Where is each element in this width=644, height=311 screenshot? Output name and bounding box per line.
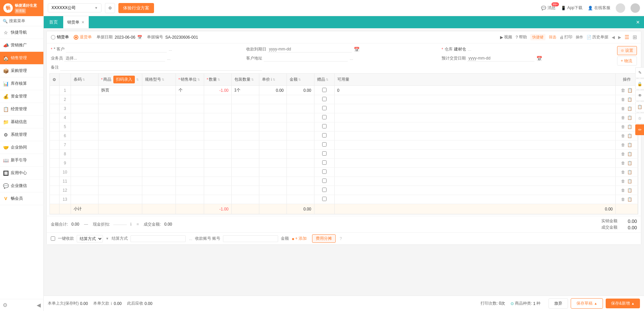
th-barcode-sort[interactable]: ⇅: [82, 78, 85, 81]
td-q[interactable]: [204, 95, 231, 104]
td-gift-1[interactable]: [314, 86, 334, 95]
th-amount-sort[interactable]: ⇅: [298, 78, 301, 81]
online-service-button[interactable]: 👤 在线客服: [588, 5, 610, 11]
history-btn[interactable]: 📄 历史单据: [586, 34, 608, 40]
td-qty-1[interactable]: -1.00: [204, 86, 231, 95]
td-barcode-1[interactable]: [71, 86, 98, 95]
settings-button[interactable]: ⊙ 设置: [617, 46, 637, 55]
td-u[interactable]: [176, 95, 204, 104]
td-b[interactable]: [71, 95, 98, 104]
delete-icon[interactable]: 🗑: [621, 188, 625, 193]
customer-addr-input[interactable]: [264, 55, 348, 62]
video-btn[interactable]: ▶ 视频: [500, 34, 512, 40]
salesperson-dots-btn[interactable]: ...: [167, 56, 171, 61]
delete-icon[interactable]: 🗑: [621, 115, 625, 120]
copy-icon[interactable]: 📋: [627, 143, 632, 147]
user-avatar-extra[interactable]: [631, 3, 640, 13]
copy-icon[interactable]: 📋: [627, 124, 632, 129]
help-btn[interactable]: ? 帮助: [516, 34, 527, 40]
delete-icon[interactable]: 🗑: [621, 152, 625, 156]
tab-close-all-icon[interactable]: ✕: [632, 20, 644, 25]
company-selector[interactable]: XXXXXX公司 ▼: [48, 3, 102, 12]
td-g[interactable]: [314, 95, 334, 104]
radio-sales-order[interactable]: 销货单: [51, 34, 69, 40]
customer-dots-btn[interactable]: ...: [169, 47, 172, 52]
payment-method-select[interactable]: 结算方式: [77, 235, 103, 242]
expected-date-input[interactable]: [467, 55, 534, 62]
copy-icon[interactable]: 📋: [627, 179, 632, 184]
expected-date-calendar-icon[interactable]: 📅: [536, 56, 542, 61]
delete-icon[interactable]: 🗑: [621, 170, 625, 174]
delete-icon[interactable]: 🗑: [621, 106, 625, 111]
sidebar-item-sales[interactable]: 🏠 销售管理: [0, 52, 43, 65]
float-btn-3[interactable]: 👁: [635, 90, 644, 101]
th-spec-sort[interactable]: ⇅: [162, 78, 164, 81]
float-btn-4[interactable]: 📋: [635, 102, 644, 112]
view-list-icon[interactable]: ☰: [624, 34, 629, 40]
td-sp[interactable]: [142, 95, 176, 104]
td-product-1[interactable]: 拆页: [98, 86, 142, 95]
copy-icon[interactable]: 📋: [627, 106, 632, 111]
delete-icon[interactable]: 🗑: [621, 161, 625, 165]
shortcut-btn[interactable]: 快捷键: [530, 34, 545, 40]
trial-button[interactable]: 体验行业方案: [118, 3, 154, 13]
copy-icon[interactable]: 📋: [627, 188, 632, 193]
nav-prev-icon[interactable]: ◀: [612, 35, 615, 40]
copy-icon[interactable]: 📋: [627, 97, 632, 102]
th-qty-sort[interactable]: ⇅: [218, 78, 220, 81]
expense-split-button[interactable]: 费用分摊: [312, 234, 336, 243]
sidebar-item-newguide[interactable]: 📖 新手引导: [0, 154, 43, 167]
delete-icon[interactable]: 🗑: [621, 143, 625, 147]
float-btn-5[interactable]: ☆: [635, 113, 644, 124]
salesperson-input[interactable]: [64, 55, 165, 62]
float-btn-2[interactable]: 🔒: [635, 79, 644, 89]
date-calendar-icon[interactable]: 📅: [137, 35, 142, 40]
td-packqty-1[interactable]: 1个: [231, 86, 259, 95]
float-btn-1[interactable]: ✎: [635, 67, 644, 78]
copy-icon[interactable]: 📋: [627, 133, 632, 138]
sidebar-item-enterprise[interactable]: 🤝 企业协同: [0, 141, 43, 154]
delete-icon[interactable]: 🗑: [621, 197, 625, 202]
th-settings[interactable]: ⚙: [50, 74, 59, 86]
save-draft-button[interactable]: 保存草稿 ▲: [571, 298, 603, 309]
account-input[interactable]: [130, 235, 186, 242]
sidebar-item-quick-nav[interactable]: ☆ 快捷导航: [0, 26, 43, 39]
receipt-date-calendar-icon[interactable]: 📅: [354, 47, 359, 52]
th-gift-sort[interactable]: ⇅: [326, 78, 329, 81]
tab-sales-order[interactable]: 销货单 ✕: [63, 16, 89, 28]
th-price-sort[interactable]: ⇅: [273, 78, 275, 81]
td-am[interactable]: [287, 95, 314, 104]
operate-btn[interactable]: 操作: [576, 35, 583, 40]
scan-button[interactable]: 扫码录入: [113, 76, 135, 83]
account-dots-btn[interactable]: ...: [189, 236, 192, 241]
sidebar-item-system[interactable]: ⚙ 系统管理: [0, 128, 43, 141]
td-amount-1[interactable]: 0.00: [287, 86, 314, 95]
delete-icon[interactable]: 🗑: [621, 97, 625, 102]
sidebar-item-appcenter[interactable]: 🔲 应用中心: [0, 167, 43, 180]
th-price-info-icon[interactable]: ℹ: [271, 77, 272, 82]
sidebar-item-base[interactable]: 📁 基础信息: [0, 116, 43, 128]
app-download-button[interactable]: 📱 App下载: [561, 5, 582, 11]
copy-icon-1[interactable]: 📋: [627, 88, 633, 93]
customer-addr-dots-btn[interactable]: ...: [350, 56, 353, 61]
tab-home[interactable]: 首页: [44, 16, 63, 28]
tab-close-icon[interactable]: ✕: [81, 20, 84, 25]
delete-icon[interactable]: 🗑: [621, 133, 625, 138]
warehouse-dots-btn[interactable]: ...: [468, 47, 471, 52]
debit-info-icon[interactable]: ℹ: [111, 301, 112, 306]
expense-help-icon[interactable]: ?: [340, 236, 342, 241]
sidebar-item-marketing[interactable]: 📣 营销推广: [0, 39, 43, 52]
add-payment-button[interactable]: ● + 添加: [292, 236, 307, 241]
th-packqty-sort[interactable]: ⇅: [251, 78, 254, 81]
sidebar-search[interactable]: 🔍 搜索菜单: [0, 16, 43, 26]
td-pr[interactable]: [259, 95, 287, 104]
radio-return-order[interactable]: 退货单: [74, 34, 92, 40]
customer-input[interactable]: [66, 46, 167, 52]
save-new-button[interactable]: 保存&新增 ▲: [606, 299, 640, 308]
sidebar-settings-icon[interactable]: ⚙: [3, 302, 7, 308]
copy-icon[interactable]: 📋: [627, 115, 632, 120]
user-avatar[interactable]: [616, 3, 625, 13]
info-icon[interactable]: ℹ: [130, 222, 132, 227]
nav-next-icon[interactable]: ▶: [618, 35, 621, 40]
td-unit-1[interactable]: 个: [176, 86, 204, 95]
